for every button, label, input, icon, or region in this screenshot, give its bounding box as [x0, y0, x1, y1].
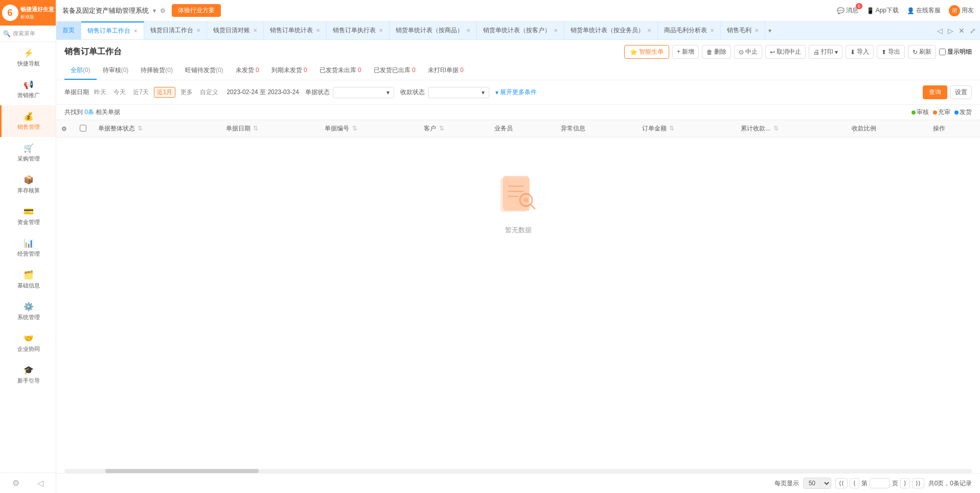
show-detail-toggle[interactable]: 显示明细: [939, 48, 972, 56]
th-amount[interactable]: 订单金额 ⇅: [637, 120, 736, 138]
shortcut-today[interactable]: 今天: [111, 87, 128, 98]
export-button[interactable]: ⬆ 导出: [877, 45, 905, 59]
tab-sales-order-close[interactable]: ✕: [133, 28, 138, 34]
tab-close-all-btn[interactable]: ✕: [956, 26, 967, 36]
ship-batch-btn[interactable]: 发货: [954, 108, 972, 117]
message-button[interactable]: 💬 6 消息: [837, 6, 858, 15]
review-batch-btn[interactable]: 审核: [911, 108, 929, 117]
sub-tab-pending-check[interactable]: 待择验货(0): [134, 62, 179, 80]
tab-sales-order[interactable]: 销售订单工作台 ✕: [81, 21, 144, 40]
shortcut-yesterday[interactable]: 昨天: [92, 87, 108, 98]
shortcut-1month[interactable]: 近1月: [154, 87, 176, 98]
sub-tab-shipped-out[interactable]: 已发货已出库 0: [368, 62, 422, 80]
th-collected[interactable]: 累计收款... ⇅: [736, 120, 847, 138]
sidebar-item-purchase[interactable]: 🛒 采购管理: [0, 137, 56, 169]
tab-cash-reconcile-close[interactable]: ✕: [253, 28, 257, 33]
tab-overflow-btn[interactable]: ▾: [765, 27, 774, 34]
import-button[interactable]: ⬇ 导入: [846, 45, 874, 59]
sub-tab-not-shipped[interactable]: 未发货 0: [230, 62, 265, 80]
status-select[interactable]: ▾: [333, 87, 394, 98]
collapse-icon[interactable]: ◁: [37, 478, 43, 488]
sub-tab-not-printed[interactable]: 未打印单据 0: [422, 62, 470, 80]
sidebar-item-system[interactable]: ⚙️ 系统管理: [0, 296, 56, 327]
shortcut-7days[interactable]: 近7天: [131, 87, 151, 98]
per-page-select[interactable]: 50 100 200: [803, 478, 831, 489]
sub-tab-wangpu[interactable]: 旺铺待发货(0): [179, 62, 230, 80]
sidebar-item-basic[interactable]: 🗂️ 基础信息: [0, 264, 56, 296]
tab-sales-stat[interactable]: 销售订单统计表 ✕: [264, 21, 327, 40]
tab-sales-gross[interactable]: 销售毛利 ✕: [721, 21, 765, 40]
th-exception[interactable]: 异常信息: [556, 120, 636, 138]
prev-page-btn[interactable]: ⟨: [850, 478, 859, 488]
tab-sales-customer[interactable]: 销货单统计表（按客户） ✕: [477, 21, 564, 40]
select-all-checkbox[interactable]: [80, 125, 86, 131]
gear-icon[interactable]: ⚙: [160, 7, 166, 14]
refresh-button[interactable]: ↻ 刷新: [908, 45, 936, 59]
sub-tab-shipped-not-out[interactable]: 已发货未出库 0: [313, 62, 368, 80]
sidebar-item-operation[interactable]: 📊 经营管理: [0, 232, 56, 264]
page-number-input[interactable]: 1: [870, 478, 890, 488]
sidebar-item-quick[interactable]: ⚡ 快捷导航: [0, 42, 56, 74]
stop-button[interactable]: ⊙ 中止: [734, 45, 762, 59]
sub-tab-all[interactable]: 全部(0): [64, 62, 97, 80]
sidebar-item-sales[interactable]: 💰 销售管理: [0, 105, 56, 137]
horizontal-scrollbar[interactable]: [64, 469, 972, 473]
last-page-btn[interactable]: ⟩⟩: [912, 478, 924, 488]
app-download-button[interactable]: 📱 App下载: [867, 6, 899, 15]
user-button[interactable]: 用 用友: [949, 5, 974, 16]
th-checkbox[interactable]: [75, 120, 93, 138]
tab-sales-staff[interactable]: 销货单统计表（按业务员） ✕: [564, 21, 658, 40]
th-ratio: 收款比例: [847, 120, 927, 138]
tab-margin-stat-close[interactable]: ✕: [710, 28, 714, 33]
first-page-btn[interactable]: ⟨⟨: [835, 478, 848, 488]
tab-cash-daily-close[interactable]: ✕: [196, 28, 200, 33]
tab-prev-btn[interactable]: ◁: [935, 26, 945, 36]
tab-sales-prod-close[interactable]: ✕: [466, 28, 470, 33]
tab-sales-prod[interactable]: 销货单统计表（按商品） ✕: [390, 21, 477, 40]
online-service-button[interactable]: 👤 在线客服: [907, 6, 941, 15]
settings-button[interactable]: 设置: [950, 85, 972, 99]
shortcut-more[interactable]: 更多: [178, 87, 195, 98]
topbar-dropdown-icon[interactable]: ▾: [153, 7, 156, 14]
sidebar-item-finance[interactable]: 💳 资金管理: [0, 200, 56, 232]
expand-conditions-btn[interactable]: ▾ 展开更多条件: [495, 88, 537, 97]
tab-home[interactable]: 首页: [56, 21, 81, 40]
sub-tab-expired[interactable]: 到期未发货 0: [265, 62, 313, 80]
tab-sales-stat-close[interactable]: ✕: [316, 28, 320, 33]
sidebar-item-inventory[interactable]: 📦 库存核算: [0, 169, 56, 200]
sidebar-item-marketing[interactable]: 📢 营销推广: [0, 74, 56, 105]
payment-select[interactable]: ▾: [428, 87, 489, 98]
tab-sales-exec-close[interactable]: ✕: [379, 28, 383, 33]
tab-sales-exec[interactable]: 销售订单执行表 ✕: [327, 21, 390, 40]
th-date[interactable]: 单据日期 ⇅: [221, 120, 320, 138]
tab-sales-customer-close[interactable]: ✕: [554, 28, 558, 33]
sub-tab-pending-review[interactable]: 待审核(0): [97, 62, 135, 80]
smart-order-button[interactable]: ⭐ 智能生单: [624, 45, 669, 59]
next-page-btn[interactable]: ⟩: [900, 478, 910, 488]
th-number[interactable]: 单据编号 ⇅: [320, 120, 419, 138]
print-button[interactable]: 🖨 打印 ▾: [809, 45, 842, 59]
settings-icon[interactable]: ⚙: [12, 478, 19, 488]
show-detail-checkbox[interactable]: [939, 49, 946, 55]
trial-button[interactable]: 体验行业方案: [172, 4, 221, 17]
scroll-thumb[interactable]: [105, 469, 259, 473]
tab-margin-stat[interactable]: 商品毛利分析表 ✕: [658, 21, 721, 40]
shortcut-custom[interactable]: 自定义: [198, 87, 220, 98]
sidebar-item-enterprise[interactable]: 🤝 企业协同: [0, 327, 56, 359]
delete-button[interactable]: 🗑 删除: [702, 45, 731, 59]
sidebar-item-newbie[interactable]: 🎓 新手引导: [0, 359, 56, 391]
th-status[interactable]: 单据整体状态 ⇅: [93, 120, 221, 138]
add-button[interactable]: + 新增: [672, 45, 699, 59]
tab-cash-daily[interactable]: 钱货日清工作台 ✕: [144, 21, 207, 40]
query-button[interactable]: 查询: [923, 85, 947, 99]
tab-cash-reconcile[interactable]: 钱货日清对账 ✕: [207, 21, 264, 40]
tab-next-btn[interactable]: ▷: [946, 26, 955, 36]
cancel-stop-button[interactable]: ↩ 取消中止: [765, 45, 806, 59]
tab-sales-gross-close[interactable]: ✕: [755, 28, 759, 33]
tab-maximize-btn[interactable]: ⤢: [968, 26, 978, 36]
th-customer[interactable]: 客户 ⇅: [419, 120, 489, 138]
reject-batch-btn[interactable]: 充审: [933, 108, 950, 117]
th-staff[interactable]: 业务员: [489, 120, 556, 138]
sidebar-search[interactable]: 🔍 搜索菜单: [0, 26, 56, 42]
tab-sales-staff-close[interactable]: ✕: [647, 28, 651, 33]
